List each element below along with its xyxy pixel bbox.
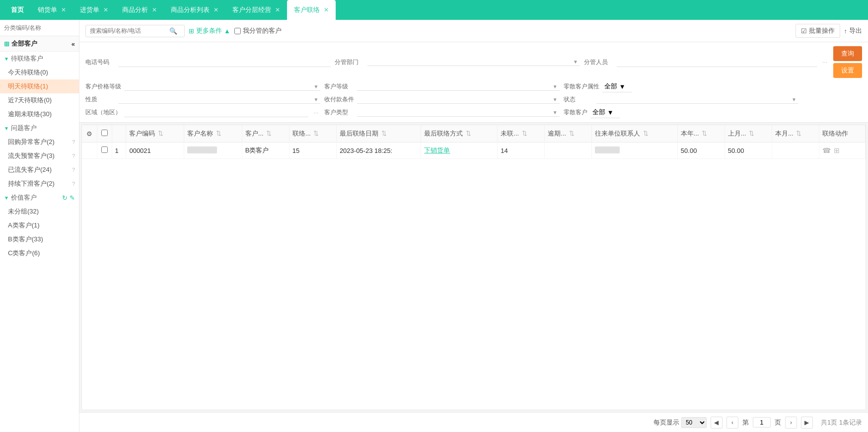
- region-text-input[interactable]: [126, 109, 306, 116]
- row-this-month: [772, 143, 819, 159]
- manager-input[interactable]: [617, 58, 817, 67]
- retail-customer-select[interactable]: 全部 ▼: [590, 107, 620, 118]
- content-area: 🔍 ⊞ 更多条件 ▲ 我分管的客户 ☑ 批量操作 ↑ 导出: [79, 20, 868, 432]
- sidebar-item-overdue[interactable]: 逾期未联络(30): [0, 107, 79, 121]
- status-select[interactable]: ▼: [596, 96, 798, 104]
- filter-field-payment: 收付款条件 ▼: [324, 95, 559, 104]
- nav-goods-analysis[interactable]: 商品分析 ✕: [115, 0, 164, 20]
- page-first-btn[interactable]: ◀: [711, 417, 723, 429]
- customer-level-select[interactable]: ▼: [357, 83, 559, 91]
- col-settings: ⚙: [82, 125, 97, 143]
- phone-text-input[interactable]: [120, 59, 329, 66]
- manager-more[interactable]: ···: [820, 59, 829, 66]
- filter-search-input[interactable]: [90, 27, 169, 34]
- col-code: 客户编码 ⇅: [126, 125, 184, 143]
- row-actions: ☎ ⊞: [819, 143, 865, 159]
- sidebar-item-lost[interactable]: 已流失客户(24) ?: [0, 163, 79, 177]
- nav-customer-contact[interactable]: 客户联络 ✕: [287, 0, 336, 20]
- all-customers-collapse[interactable]: «: [72, 40, 75, 48]
- retail-attr-select[interactable]: 全部 ▼: [602, 81, 632, 92]
- filter-action-col: 查询 设置: [833, 46, 862, 78]
- col-uncontacted: 未联... ⇅: [498, 125, 545, 143]
- filter-bar: 🔍 ⊞ 更多条件 ▲ 我分管的客户 ☑ 批量操作 ↑ 导出: [79, 20, 868, 42]
- action-grid-icon[interactable]: ⊞: [834, 146, 840, 154]
- nav-goods-analysis-close[interactable]: ✕: [152, 0, 157, 20]
- batch-op-button[interactable]: ☑ 批量操作: [796, 24, 840, 38]
- page-next-btn[interactable]: ›: [785, 417, 797, 429]
- col-type: 客户... ⇅: [242, 125, 289, 143]
- per-page-select[interactable]: 50 20 100: [681, 417, 707, 428]
- filter-search-icon[interactable]: 🔍: [169, 27, 177, 35]
- region-input[interactable]: [124, 108, 308, 117]
- filter-search-box: 🔍: [85, 25, 185, 37]
- page-prev-btn[interactable]: ‹: [726, 417, 738, 429]
- filter-field-phone: 电话号码: [85, 58, 331, 67]
- action-phone-icon[interactable]: ☎: [822, 146, 831, 154]
- nav-customer-layer[interactable]: 客户分层经营 ✕: [225, 0, 287, 20]
- select-all-checkbox[interactable]: [101, 130, 108, 136]
- row-contact: 15: [289, 143, 336, 159]
- filter-more-btn[interactable]: ⊞ 更多条件 ▲: [189, 26, 230, 35]
- gender-select[interactable]: ▼: [118, 96, 320, 104]
- sidebar-item-b-class[interactable]: B类客户(33): [0, 232, 79, 246]
- table-header-row: ⚙ 客户编码 ⇅ 客户名称 ⇅: [82, 125, 866, 143]
- page-input[interactable]: [753, 417, 771, 428]
- per-page-selector: 每页显示 50 20 100: [653, 417, 707, 428]
- filter-field-gender: 性质 ▼: [85, 95, 320, 104]
- col-action: 联络动作: [819, 125, 865, 143]
- pagination: 每页显示 50 20 100 ◀ ‹ 第 页 › ▶ 共1页 1条记录: [79, 412, 868, 432]
- sidebar-item-c-class[interactable]: C类客户(6): [0, 246, 79, 260]
- adv-filter-row-2: 客户价格等级 ▼ 客户等级 ▼ 零散客户属性 全部: [85, 81, 862, 92]
- sidebar-item-warning[interactable]: 流失预警客户(3) ?: [0, 149, 79, 163]
- sidebar-group-pending: ▼ 待联络客户: [0, 52, 79, 66]
- nav-home[interactable]: 首页: [4, 0, 31, 20]
- nav-goods-analysis-list-close[interactable]: ✕: [214, 0, 218, 20]
- row-checkbox: [97, 143, 112, 159]
- col-overdue: 逾期... ⇅: [545, 125, 592, 143]
- sidebar-item-abnormal[interactable]: 回购异常客户(2) ?: [0, 135, 79, 149]
- nav-customer-contact-close[interactable]: ✕: [324, 0, 329, 20]
- my-customers-check[interactable]: [234, 28, 241, 34]
- row-select-checkbox[interactable]: [101, 146, 108, 153]
- all-customers-header: ⊞ 全部客户 «: [0, 36, 79, 52]
- filter-field-status: 状态 ▼: [564, 95, 798, 104]
- row-last-month: 50.00: [724, 143, 772, 159]
- customer-type-select[interactable]: ▼: [357, 109, 559, 117]
- sidebar-group-value: ▼ 价值客户 ↻ ✎: [0, 191, 79, 205]
- region-more[interactable]: ···: [311, 109, 320, 116]
- nav-customer-layer-close[interactable]: ✕: [275, 0, 280, 20]
- help-icon-warning: ?: [72, 153, 75, 159]
- nav-purchase-close[interactable]: ✕: [103, 0, 108, 20]
- nav-sales[interactable]: 销货单 ✕: [31, 0, 73, 20]
- dept-select[interactable]: ▼: [367, 58, 580, 66]
- value-edit-icon[interactable]: ✎: [70, 194, 75, 202]
- manager-text-input[interactable]: [619, 59, 815, 66]
- page-last-btn[interactable]: ▶: [801, 417, 813, 429]
- sidebar-item-ungrouped[interactable]: 未分组(32): [0, 205, 79, 218]
- sidebar-item-7days[interactable]: 近7天待联络(0): [0, 93, 79, 107]
- filter-field-customer-level: 客户等级 ▼: [324, 82, 559, 91]
- nav-purchase[interactable]: 进货单 ✕: [73, 0, 115, 20]
- value-refresh-icon[interactable]: ↻: [62, 194, 68, 202]
- sidebar-item-a-class[interactable]: A类客户(1): [0, 218, 79, 232]
- col-this-month: 本月... ⇅: [772, 125, 819, 143]
- setting-button[interactable]: 设置: [833, 63, 862, 78]
- price-level-select[interactable]: ▼: [124, 83, 320, 91]
- sidebar-item-today[interactable]: 今天待联络(0): [0, 66, 79, 79]
- query-button[interactable]: 查询: [833, 46, 862, 61]
- last-method-link[interactable]: 下销货单: [424, 146, 450, 154]
- sidebar-search-input[interactable]: [4, 24, 78, 31]
- phone-input[interactable]: [118, 58, 331, 67]
- nav-goods-analysis-list[interactable]: 商品分析列表 ✕: [164, 0, 225, 20]
- export-button[interactable]: ↑ 导出: [844, 24, 863, 38]
- row-settings: [82, 143, 97, 159]
- sidebar-item-declining[interactable]: 持续下滑客户(2) ?: [0, 177, 79, 191]
- sidebar: 🔍 ⊞ 全部客户 « ▼ 待联络客户 今天待联络(0) 明天待联络(1) 近7天…: [0, 20, 79, 432]
- help-icon-lost: ?: [72, 167, 75, 173]
- settings-icon[interactable]: ⚙: [86, 130, 92, 138]
- filter-field-dept: 分管部门 ▼: [335, 58, 580, 67]
- sidebar-item-tomorrow[interactable]: 明天待联络(1): [0, 79, 79, 93]
- nav-sales-close[interactable]: ✕: [61, 0, 66, 20]
- col-last-method: 最后联络方式 ⇅: [421, 125, 498, 143]
- payment-select[interactable]: ▼: [357, 96, 559, 104]
